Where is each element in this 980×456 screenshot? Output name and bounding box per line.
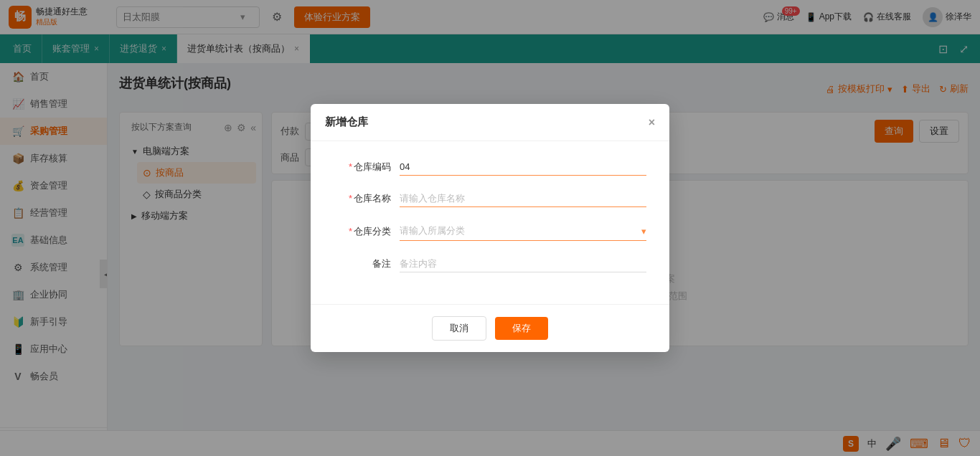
code-label: *仓库编码 [334, 161, 391, 174]
form-row-category: *仓库分类 请输入所属分类 ▾ [334, 222, 646, 241]
category-label: *仓库分类 [334, 225, 391, 238]
name-label: *仓库名称 [334, 192, 391, 205]
modal-overlay[interactable]: 新增仓库 × *仓库编码 *仓库名称 *仓库分类 [0, 0, 980, 456]
dialog-body: *仓库编码 *仓库名称 *仓库分类 请输入所属分类 ▾ [311, 141, 669, 304]
dialog-header: 新增仓库 × [311, 104, 669, 141]
form-row-code: *仓库编码 [334, 158, 646, 176]
dialog-close-button[interactable]: × [649, 116, 655, 129]
category-select[interactable]: 请输入所属分类 ▾ [400, 222, 646, 241]
save-button[interactable]: 保存 [495, 317, 548, 340]
category-placeholder: 请输入所属分类 [400, 224, 465, 237]
add-warehouse-dialog: 新增仓库 × *仓库编码 *仓库名称 *仓库分类 [311, 104, 669, 352]
dialog-title: 新增仓库 [325, 115, 368, 129]
dialog-footer: 取消 保存 [311, 304, 669, 352]
category-dropdown-icon: ▾ [641, 226, 646, 237]
code-input[interactable] [400, 158, 646, 176]
remark-label: 备注 [334, 257, 391, 270]
form-row-remark: 备注 [334, 255, 646, 272]
cancel-button[interactable]: 取消 [432, 316, 486, 341]
form-row-name: *仓库名称 [334, 190, 646, 207]
remark-input[interactable] [400, 255, 646, 272]
name-input[interactable] [400, 190, 646, 207]
